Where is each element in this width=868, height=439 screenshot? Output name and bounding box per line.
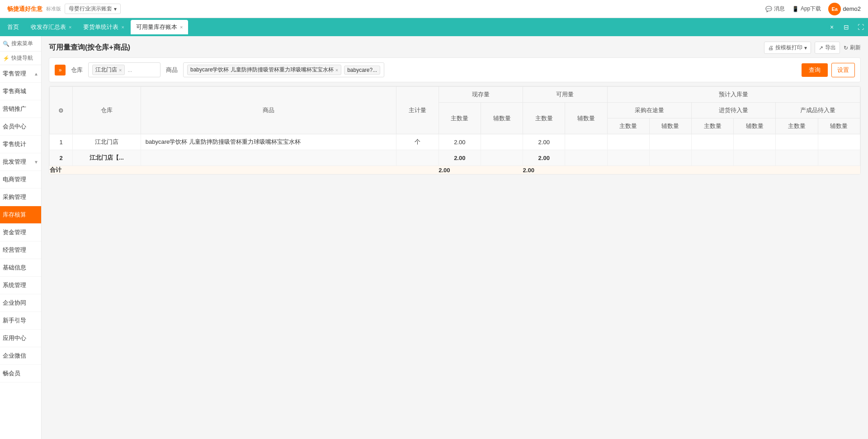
industry-label: 母婴行业演示账套 bbox=[69, 5, 112, 13]
col-unit-header: 主计量 bbox=[396, 87, 439, 134]
message-icon: 💬 bbox=[765, 6, 772, 12]
print-button[interactable]: 🖨 按模板打印 ▾ bbox=[764, 42, 811, 54]
col-purchase-transit-group-header: 采购在途量 bbox=[607, 103, 691, 118]
sidebar-item-newbie[interactable]: 新手引导 bbox=[0, 312, 41, 330]
page-title: 可用量查询(按仓库+商品) bbox=[49, 43, 130, 52]
username: demo2 bbox=[843, 5, 861, 12]
footer-purchase-aux bbox=[649, 166, 691, 175]
warehouse-more[interactable]: ... bbox=[127, 67, 132, 73]
col-incoming-aux-header: 辅数量 bbox=[734, 118, 776, 134]
sidebar-item-member[interactable]: 会员中心 bbox=[0, 118, 41, 136]
tab-receive[interactable]: 收发存汇总表 × bbox=[25, 20, 77, 34]
sidebar-item-finance[interactable]: 资金管理 bbox=[0, 224, 41, 241]
refresh-button[interactable]: ↻ 刷新 bbox=[844, 44, 861, 52]
product-tag-1-close[interactable]: × bbox=[335, 67, 338, 73]
export-label: 导出 bbox=[825, 44, 836, 52]
sidebar-item-vip[interactable]: 畅会员 bbox=[0, 365, 41, 382]
sidebar-item-retail-mgmt[interactable]: 零售管理 ▲ bbox=[0, 65, 41, 83]
sidebar-item-operations[interactable]: 经营管理 bbox=[0, 241, 41, 259]
top-bar: 畅捷通好生意 标准版 母婴行业演示账套 ▾ 💬 消息 📱 App下载 Ea de… bbox=[0, 0, 868, 18]
sidebar-item-inventory[interactable]: 库存核算 bbox=[0, 206, 41, 224]
row-1-unit: 个 bbox=[396, 134, 439, 150]
footer-label: 合计 bbox=[50, 166, 439, 175]
sidebar-item-basic[interactable]: 基础信息 bbox=[0, 259, 41, 277]
sidebar-item-system[interactable]: 系统管理 bbox=[0, 277, 41, 294]
filter-toggle-button[interactable]: » bbox=[55, 65, 66, 76]
retail-stats-label: 零售统计 bbox=[3, 140, 26, 148]
minimize-button[interactable]: ⊟ bbox=[841, 22, 852, 33]
page-actions: 🖨 按模板打印 ▾ ↗ 导出 ↻ 刷新 bbox=[764, 42, 861, 54]
chevron-down-icon: ▾ bbox=[114, 6, 117, 12]
logo-text: 畅捷通好生意 bbox=[7, 5, 42, 13]
appstore-label: 应用中心 bbox=[3, 334, 26, 342]
purchase-label: 采购管理 bbox=[3, 193, 26, 201]
col-product-header: 商品 bbox=[141, 87, 396, 134]
warehouse-tag-close[interactable]: × bbox=[119, 67, 122, 73]
row-1-purchase-aux bbox=[649, 134, 691, 150]
refresh-icon: ↻ bbox=[844, 45, 848, 51]
sidebar-item-enterprise[interactable]: 企业协同 bbox=[0, 294, 41, 312]
table-row: 1 江北门店 babycare学饮杯 儿童防摔防撞吸管杯重力球吸嘴杯宝宝水杯 个… bbox=[50, 134, 860, 150]
warehouse-input[interactable]: 江北门店 × ... bbox=[88, 62, 160, 77]
col-purchase-main-header: 主数量 bbox=[607, 118, 649, 134]
sidebar-search[interactable]: 🔍 搜索菜单 bbox=[0, 36, 41, 52]
chevron-icon: ▲ bbox=[34, 71, 38, 76]
sidebar-item-retail-mall[interactable]: 零售商城 bbox=[0, 83, 41, 100]
table-row: 2 江北门店【... 2.00 2.00 bbox=[50, 150, 860, 166]
sidebar-item-retail-stats[interactable]: 零售统计 bbox=[0, 136, 41, 153]
close-window-button[interactable]: × bbox=[826, 22, 837, 33]
product-input[interactable]: babycare学饮杯 儿童防摔防撞吸管杯重力球吸嘴杯宝宝水杯 × babyca… bbox=[183, 62, 384, 77]
maximize-button[interactable]: ⛶ bbox=[855, 22, 866, 33]
chevron-icon-2: ▼ bbox=[34, 160, 38, 165]
sidebar-quicknav[interactable]: ⚡ 快捷导航 bbox=[0, 52, 41, 65]
col-available-main-header: 主数量 bbox=[523, 103, 565, 134]
col-production-group-header: 产成品待入量 bbox=[776, 103, 860, 118]
tab-available-close[interactable]: × bbox=[180, 24, 183, 30]
col-settings-header[interactable]: ⚙ bbox=[50, 87, 73, 134]
sidebar-item-marketing[interactable]: 营销推广 bbox=[0, 100, 41, 118]
download-icon: 📱 bbox=[792, 6, 799, 12]
sidebar-item-appstore[interactable]: 应用中心 bbox=[0, 330, 41, 347]
settings-icon[interactable]: ⚙ bbox=[58, 107, 64, 114]
download-label: App下载 bbox=[801, 5, 821, 13]
sidebar-item-wholesale-mgmt[interactable]: 批发管理 ▼ bbox=[0, 153, 41, 171]
row-2-current-aux bbox=[481, 150, 523, 166]
sidebar-item-ecommerce[interactable]: 电商管理 bbox=[0, 171, 41, 189]
footer-available-main: 2.00 bbox=[523, 166, 565, 175]
basic-label: 基础信息 bbox=[3, 264, 26, 272]
tab-home[interactable]: 首页 bbox=[2, 20, 24, 34]
row-1-production-main bbox=[776, 134, 818, 150]
query-button[interactable]: 查询 bbox=[802, 63, 828, 77]
refresh-label: 刷新 bbox=[850, 44, 861, 52]
warehouse-label: 仓库 bbox=[71, 66, 83, 74]
top-bar-right: 💬 消息 📱 App下载 Ea demo2 bbox=[765, 3, 861, 15]
settings-button[interactable]: 设置 bbox=[831, 63, 855, 77]
footer-incoming-main bbox=[691, 166, 733, 175]
tab-bar-actions: × ⊟ ⛶ bbox=[826, 22, 866, 33]
tab-order-close[interactable]: × bbox=[121, 24, 124, 30]
page-header: 可用量查询(按仓库+商品) 🖨 按模板打印 ▾ ↗ 导出 ↻ 刷新 bbox=[42, 36, 868, 57]
row-1-incoming-main bbox=[691, 134, 733, 150]
row-2-incoming-aux bbox=[734, 150, 776, 166]
export-button[interactable]: ↗ 导出 bbox=[815, 42, 840, 54]
tab-available[interactable]: 可用量库存账本 × bbox=[131, 20, 188, 34]
row-2-production-aux bbox=[818, 150, 860, 166]
user-profile[interactable]: Ea demo2 bbox=[828, 3, 861, 15]
row-2-incoming-main bbox=[691, 150, 733, 166]
tab-available-label: 可用量库存账本 bbox=[136, 23, 177, 31]
row-1-product: babycare学饮杯 儿童防摔防撞吸管杯重力球吸嘴杯宝宝水杯 bbox=[141, 134, 396, 150]
app-download-button[interactable]: 📱 App下载 bbox=[792, 5, 821, 13]
tab-receive-close[interactable]: × bbox=[69, 24, 71, 30]
col-incoming-group-header: 进货待入量 bbox=[691, 103, 775, 118]
row-2-purchase-aux bbox=[649, 150, 691, 166]
sidebar-item-wechat[interactable]: 企业微信 bbox=[0, 347, 41, 365]
print-icon: 🖨 bbox=[768, 45, 774, 51]
tab-order[interactable]: 要货单统计表 × bbox=[78, 20, 129, 34]
industry-selector[interactable]: 母婴行业演示账套 ▾ bbox=[65, 4, 121, 14]
col-incoming-main-header: 主数量 bbox=[691, 118, 733, 134]
search-icon: 🔍 bbox=[3, 41, 9, 47]
sidebar-item-purchase[interactable]: 采购管理 bbox=[0, 189, 41, 206]
avatar: Ea bbox=[828, 3, 841, 15]
message-button[interactable]: 💬 消息 bbox=[765, 5, 785, 13]
footer-current-aux bbox=[481, 166, 523, 175]
